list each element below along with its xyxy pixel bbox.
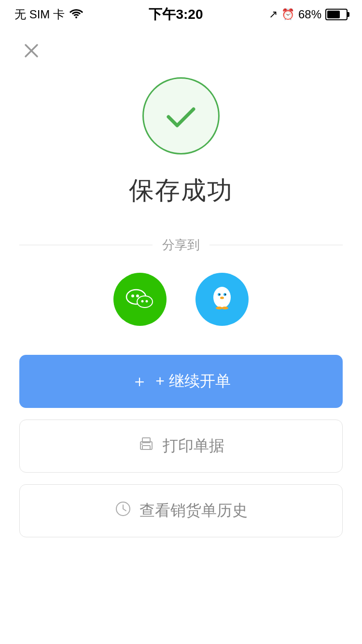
svg-point-7 (145, 300, 148, 302)
alarm-icon: ⏰ (281, 8, 294, 21)
svg-point-5 (136, 294, 139, 297)
wifi-icon (70, 8, 83, 21)
history-btn-label: 查看销货单历史 (139, 500, 248, 521)
qq-icon (208, 284, 237, 315)
share-label: 分享到 (153, 237, 209, 253)
battery-text: 68% (298, 8, 321, 21)
status-left: 无 SIM 卡 (14, 7, 83, 22)
print-icon (138, 436, 155, 456)
continue-btn-label: + 继续开单 (155, 371, 231, 392)
plus-icon: ＋ (131, 370, 148, 392)
svg-point-4 (131, 294, 134, 297)
action-buttons: ＋ + 继续开单 打印单据 查看销货单历史 (19, 355, 343, 537)
history-icon (114, 500, 132, 521)
checkmark-icon (162, 97, 200, 135)
svg-point-9 (215, 288, 229, 305)
svg-rect-19 (142, 446, 150, 449)
divider-right (209, 245, 343, 245)
svg-point-20 (141, 444, 143, 445)
print-btn-label: 打印单据 (163, 435, 224, 457)
qq-share-button[interactable] (195, 273, 249, 326)
carrier-text: 无 SIM 卡 (14, 7, 65, 22)
divider-left (19, 245, 153, 245)
main-content: 保存成功 分享到 (0, 29, 362, 557)
status-bar: 无 SIM 卡 下午3:20 ↗ ⏰ 68% (0, 0, 362, 29)
close-button[interactable] (19, 39, 43, 63)
svg-point-15 (216, 307, 223, 309)
svg-point-13 (225, 294, 226, 295)
print-button[interactable]: 打印单据 (19, 420, 343, 473)
status-right: ↗ ⏰ 68% (269, 8, 348, 21)
wechat-icon (125, 286, 156, 313)
success-circle (142, 77, 220, 154)
share-divider: 分享到 (19, 237, 343, 253)
share-icons (19, 273, 343, 326)
svg-point-16 (222, 307, 228, 309)
svg-point-3 (137, 296, 153, 308)
share-section: 分享到 (19, 237, 343, 326)
svg-point-14 (220, 296, 224, 299)
success-title: 保存成功 (129, 174, 233, 208)
battery-bar (325, 9, 348, 20)
history-button[interactable]: 查看销货单历史 (19, 484, 343, 537)
svg-point-12 (219, 294, 221, 295)
continue-order-button[interactable]: ＋ + 继续开单 (19, 355, 343, 408)
time-display: 下午3:20 (149, 5, 203, 24)
wechat-share-button[interactable] (113, 273, 167, 326)
svg-point-6 (141, 300, 143, 302)
location-icon: ↗ (269, 8, 278, 21)
